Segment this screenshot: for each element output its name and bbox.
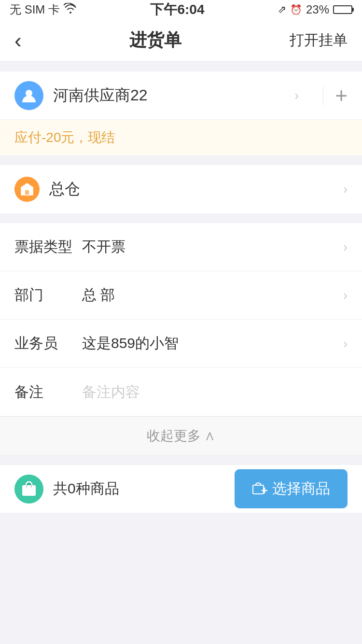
supplier-avatar: [14, 81, 43, 110]
invoice-type-value: 不开票: [72, 237, 343, 257]
supplier-name: 河南供应商22: [53, 85, 294, 106]
remark-label: 备注: [14, 382, 72, 402]
supplier-divider: [323, 86, 323, 105]
supplier-row[interactable]: 河南供应商22 › +: [0, 71, 362, 120]
select-product-button[interactable]: 选择商品: [235, 469, 348, 508]
status-bar: 无 SIM 卡 下午6:04 ⇗ ⏰ 23%: [0, 0, 362, 19]
section-divider-3: [0, 213, 362, 223]
nav-bar: ‹ 进货单 打开挂单: [0, 19, 362, 62]
notice-text: 应付-20元，现结: [14, 130, 115, 145]
add-supplier-button[interactable]: +: [335, 85, 348, 106]
svg-rect-5: [253, 485, 264, 494]
location-icon: ⇗: [278, 3, 286, 16]
status-time: 下午6:04: [150, 0, 204, 19]
section-divider-1: [0, 62, 362, 71]
alarm-icon: ⏰: [290, 4, 302, 15]
dept-label: 部门: [14, 285, 72, 305]
form-section: 票据类型 不开票 › 部门 总 部 › 业务员 这是859的小智 › 备注 备注…: [0, 223, 362, 416]
remark-input[interactable]: 备注内容: [72, 382, 348, 402]
invoice-chevron-icon: ›: [343, 239, 348, 255]
wifi-icon: [64, 3, 77, 16]
remark-row[interactable]: 备注 备注内容: [0, 368, 362, 416]
svg-point-0: [26, 90, 32, 97]
section-divider-2: [0, 155, 362, 165]
warehouse-row[interactable]: 总仓 ›: [0, 165, 362, 213]
supplier-section: 河南供应商22 › +: [0, 71, 362, 120]
battery-icon: [333, 5, 352, 14]
back-button[interactable]: ‹: [14, 28, 22, 53]
product-icon-wrap: [14, 475, 43, 504]
dept-chevron-icon: ›: [343, 288, 348, 303]
product-count-label: 共0种商品: [53, 479, 235, 499]
warehouse-icon: [14, 177, 40, 202]
salesperson-row[interactable]: 业务员 这是859的小智 ›: [0, 320, 362, 368]
collapse-label: 收起更多 ∧: [147, 427, 216, 445]
invoice-type-row[interactable]: 票据类型 不开票 ›: [0, 223, 362, 271]
warehouse-chevron-icon: ›: [343, 182, 348, 197]
invoice-type-label: 票据类型: [14, 237, 72, 257]
battery-pct-label: 23%: [306, 3, 329, 16]
section-divider-4: [0, 455, 362, 464]
warehouse-section: 总仓 ›: [0, 165, 362, 213]
salesperson-value: 这是859的小智: [72, 334, 343, 353]
notice-banner: 应付-20元，现结: [0, 120, 362, 155]
dept-value: 总 部: [72, 285, 343, 305]
salesperson-chevron-icon: ›: [343, 336, 348, 351]
salesperson-label: 业务员: [14, 334, 72, 353]
dept-row[interactable]: 部门 总 部 ›: [0, 271, 362, 320]
collapse-bar[interactable]: 收起更多 ∧: [0, 416, 362, 455]
supplier-chevron-icon: ›: [294, 88, 299, 103]
svg-rect-2: [25, 190, 29, 196]
page-title: 进货单: [129, 28, 181, 52]
status-right: ⇗ ⏰ 23%: [278, 3, 352, 16]
main-content: 河南供应商22 › + 应付-20元，现结 总仓 ›: [0, 62, 362, 644]
status-left: 无 SIM 卡: [10, 2, 77, 17]
select-product-label: 选择商品: [272, 479, 330, 499]
bottom-bar: 共0种商品 选择商品: [0, 464, 362, 513]
warehouse-name: 总仓: [49, 179, 343, 200]
open-pending-button[interactable]: 打开挂单: [290, 30, 348, 50]
carrier-label: 无 SIM 卡: [10, 2, 60, 17]
